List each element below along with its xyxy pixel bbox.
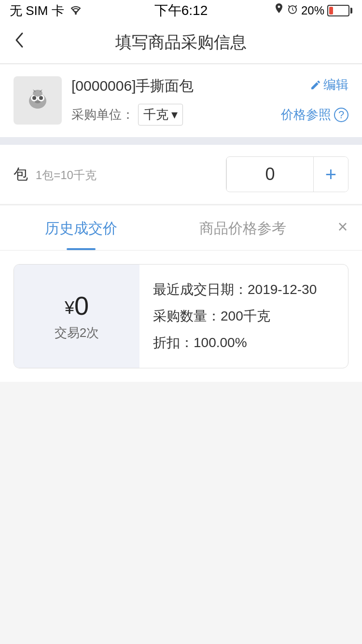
carrier-label: 无 SIM 卡 [10, 2, 64, 19]
product-logo-icon [22, 83, 53, 119]
tab-close-button[interactable]: × [323, 217, 362, 239]
unit-selector[interactable]: 采购单位： 千克 ▾ [71, 104, 183, 126]
status-bar-time: 下午6:12 [154, 1, 208, 20]
status-bar-right: 20% [274, 3, 352, 18]
alarm-icon [287, 3, 298, 18]
product-thumbnail [14, 76, 62, 125]
wifi-icon [68, 3, 84, 18]
product-header: [0000006]手撕面包 编辑 [71, 76, 348, 96]
bottom-panel: 历史成交价 商品价格参考 × ¥0 交易2次 最近成交日期：2019-12-30 [0, 205, 362, 382]
chevron-down-icon: ▾ [171, 107, 178, 122]
svg-point-6 [39, 96, 43, 100]
product-section: [0000006]手撕面包 编辑 采购单位： 千克 ▾ [0, 65, 362, 137]
battery-icon [327, 5, 352, 16]
card-container: ¥0 交易2次 最近成交日期：2019-12-30 采购数量：200千克 折扣：… [0, 251, 362, 382]
quantity-plus-button[interactable]: + [313, 157, 348, 192]
tab-history-price[interactable]: 历史成交价 [0, 205, 162, 250]
main-content: [0000006]手撕面包 编辑 采购单位： 千克 ▾ [0, 65, 362, 644]
status-bar: 无 SIM 卡 下午6:12 20% [0, 0, 362, 21]
price-card: ¥0 交易2次 最近成交日期：2019-12-30 采购数量：200千克 折扣：… [14, 264, 348, 368]
tab-product-price-reference[interactable]: 商品价格参考 [162, 205, 323, 250]
quantity-controls: 0 + [226, 156, 348, 192]
page-title: 填写商品采购信息 [115, 31, 247, 54]
card-trades-count: 交易2次 [55, 324, 99, 341]
tabs-row: 历史成交价 商品价格参考 × [0, 205, 362, 251]
edit-link[interactable]: 编辑 [310, 76, 348, 93]
quantity-row: 包 1包=10千克 0 + [0, 145, 362, 204]
card-discount-row: 折扣：100.00% [153, 333, 334, 352]
price-reference-link[interactable]: 价格参照 ? [281, 106, 348, 123]
card-date-row: 最近成交日期：2019-12-30 [153, 280, 334, 299]
product-row: [0000006]手撕面包 编辑 采购单位： 千克 ▾ [14, 76, 348, 126]
section-divider [0, 137, 362, 145]
product-name: [0000006]手撕面包 [71, 76, 194, 96]
svg-point-0 [75, 13, 77, 14]
unit-select-box[interactable]: 千克 ▾ [138, 104, 183, 126]
svg-point-8 [35, 100, 41, 103]
location-icon [274, 3, 284, 18]
product-unit-row: 采购单位： 千克 ▾ 价格参照 ? [71, 104, 348, 126]
battery-percentage: 20% [301, 4, 324, 17]
card-right: 最近成交日期：2019-12-30 采购数量：200千克 折扣：100.00% [139, 265, 348, 368]
card-quantity-row: 采购数量：200千克 [153, 307, 334, 325]
nav-bar: 填写商品采购信息 [0, 21, 362, 64]
quantity-input[interactable]: 0 [226, 157, 313, 192]
back-button[interactable] [14, 31, 25, 53]
card-price-value: ¥0 [65, 291, 89, 321]
svg-point-5 [32, 96, 36, 100]
card-left: ¥0 交易2次 [14, 265, 139, 368]
product-info: [0000006]手撕面包 编辑 采购单位： 千克 ▾ [71, 76, 348, 126]
help-icon: ? [334, 108, 348, 122]
quantity-label-area: 包 1包=10千克 [14, 165, 97, 184]
status-bar-left: 无 SIM 卡 [10, 2, 84, 19]
